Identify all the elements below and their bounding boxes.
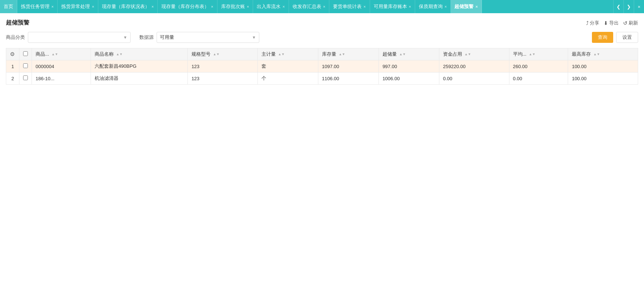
nav-tab-close-stock1[interactable]: ×: [151, 4, 154, 9]
table-row: 2 186-10... 机油滤清器 123 个 1106.00 1006.00 …: [6, 73, 638, 85]
nav-tab-home[interactable]: 首页: [0, 0, 17, 13]
row-select-2[interactable]: [23, 75, 28, 80]
row-spec-2: 123: [188, 73, 258, 85]
row-product-name-1: 六配套新昌490BPG: [91, 60, 187, 73]
row-max-stock-1: 100.00: [568, 60, 638, 73]
col-header-capital[interactable]: 资金占用 ▲▼: [439, 48, 509, 60]
nav-tab-batch[interactable]: 库存批次账 ×: [217, 0, 253, 13]
top-navigation: 首页 拣货任务管理 × 拣货异常处理 × 现存量（库存状况表） × 现存量（库存…: [0, 0, 644, 13]
category-label: 商品分类: [6, 34, 25, 41]
col-header-spec[interactable]: 规格型号 ▲▼: [188, 48, 258, 60]
col-header-settings[interactable]: ⚙: [6, 48, 19, 60]
row-stock-2: 1106.00: [318, 73, 378, 85]
page-header: 超储预警 ⤴ 分享 ⬇ 导出 ↺ 刷新: [6, 19, 638, 27]
nav-tab-close-quality[interactable]: ×: [444, 4, 447, 9]
nav-tab-task[interactable]: 拣货任务管理 ×: [17, 0, 58, 13]
row-stock-1: 1097.00: [318, 60, 378, 73]
nav-tab-exception[interactable]: 拣货异常处理 ×: [58, 0, 98, 13]
nav-arrow-close[interactable]: ×: [634, 0, 644, 13]
col-header-overflow[interactable]: 超储量 ▲▼: [378, 48, 439, 60]
nav-tab-close-task[interactable]: ×: [51, 4, 54, 9]
datasource-select[interactable]: 可用量 ▼: [157, 32, 259, 43]
nav-tab-close-exception[interactable]: ×: [92, 4, 94, 9]
data-table: ⚙ 商品... ▲▼ 商品名称 ▲▼ 规格型号 ▲▼ 主计: [6, 48, 638, 85]
select-all-checkbox[interactable]: [23, 51, 28, 56]
table-body: 1 0000004 六配套新昌490BPG 123 套 1097.00 997.…: [6, 60, 638, 85]
datasource-filter: 数据源 可用量 ▼: [139, 32, 259, 43]
nav-tab-close-summary[interactable]: ×: [323, 4, 325, 9]
table-row: 1 0000004 六配套新昌490BPG 123 套 1097.00 997.…: [6, 60, 638, 73]
col-header-product-name[interactable]: 商品名称 ▲▼: [91, 48, 187, 60]
row-capital-2: 0.00: [439, 73, 509, 85]
row-product-name-2: 机油滤清器: [91, 73, 187, 85]
sort-icon-product-code[interactable]: ▲▼: [51, 53, 58, 56]
row-product-code-1: 0000004: [32, 60, 91, 73]
row-select-1[interactable]: [23, 63, 28, 68]
row-max-stock-2: 100.00: [568, 73, 638, 85]
header-actions: ⤴ 分享 ⬇ 导出 ↺ 刷新: [586, 20, 638, 26]
filter-row: 商品分类 ▼ 数据源 可用量 ▼ 查询 设置: [6, 32, 638, 43]
refresh-icon: ↺: [623, 20, 627, 26]
nav-arrow-left[interactable]: ❮: [613, 0, 623, 13]
row-checkbox-2[interactable]: [19, 73, 32, 85]
share-icon: ⤴: [586, 20, 589, 26]
row-unit-1: 套: [257, 60, 318, 73]
row-avg-1: 260.00: [509, 60, 568, 73]
row-product-code-2: 186-10...: [32, 73, 91, 85]
nav-tab-summary[interactable]: 收发存汇总表 ×: [289, 0, 329, 13]
row-capital-1: 259220.00: [439, 60, 509, 73]
filter-buttons: 查询 设置: [592, 32, 638, 43]
share-button[interactable]: ⤴ 分享: [586, 20, 599, 26]
sort-icon-unit[interactable]: ▲▼: [278, 53, 285, 56]
row-index-2: 2: [6, 73, 19, 85]
col-header-product-code[interactable]: 商品... ▲▼: [32, 48, 91, 60]
nav-tab-quality[interactable]: 保质期查询 ×: [415, 0, 451, 13]
export-button[interactable]: ⬇ 导出: [604, 20, 619, 26]
sort-icon-overflow[interactable]: ▲▼: [399, 53, 406, 56]
nav-tab-stock1[interactable]: 现存量（库存状况表） ×: [98, 0, 158, 13]
category-select[interactable]: ▼: [28, 32, 131, 43]
nav-arrow-right[interactable]: ❯: [623, 0, 634, 13]
sort-icon-product-name[interactable]: ▲▼: [116, 53, 123, 56]
nav-tab-flow[interactable]: 出入库流水 ×: [253, 0, 289, 13]
nav-tab-close-available[interactable]: ×: [409, 4, 411, 9]
row-spec-1: 123: [188, 60, 258, 73]
page-content: 超储预警 ⤴ 分享 ⬇ 导出 ↺ 刷新 商品分类 ▼ 数据源: [0, 13, 644, 90]
refresh-button[interactable]: ↺ 刷新: [623, 20, 638, 26]
nav-tab-close-overflow[interactable]: ×: [475, 4, 477, 9]
row-overflow-1: 997.00: [378, 60, 439, 73]
col-header-checkbox[interactable]: [19, 48, 32, 60]
nav-tab-stock2[interactable]: 现存量（库存分布表） ×: [158, 0, 217, 13]
sort-icon-avg[interactable]: ▲▼: [529, 53, 535, 56]
row-avg-2: 0.00: [509, 73, 568, 85]
nav-tab-available[interactable]: 可用量库存账本 ×: [370, 0, 415, 13]
datasource-value: 可用量: [160, 34, 174, 41]
nav-tab-close-order[interactable]: ×: [363, 4, 366, 9]
row-overflow-2: 1006.00: [378, 73, 439, 85]
col-header-stock[interactable]: 库存量 ▲▼: [318, 48, 378, 60]
table-header-row: ⚙ 商品... ▲▼ 商品名称 ▲▼ 规格型号 ▲▼ 主计: [6, 48, 638, 60]
sort-icon-capital[interactable]: ▲▼: [465, 53, 471, 56]
sort-icon-max-stock[interactable]: ▲▼: [593, 53, 600, 56]
page-title: 超储预警: [6, 19, 29, 27]
chevron-down-icon2: ▼: [252, 35, 256, 40]
nav-tab-close-batch[interactable]: ×: [247, 4, 249, 9]
row-checkbox-1[interactable]: [19, 60, 32, 73]
category-filter: 商品分类 ▼: [6, 32, 131, 43]
query-button[interactable]: 查询: [592, 32, 613, 43]
export-icon: ⬇: [604, 20, 608, 26]
sort-icon-spec[interactable]: ▲▼: [213, 53, 220, 56]
nav-tab-close-flow[interactable]: ×: [282, 4, 285, 9]
settings-button[interactable]: 设置: [616, 32, 638, 43]
datasource-label: 数据源: [139, 34, 154, 41]
sort-icon-stock[interactable]: ▲▼: [339, 53, 345, 56]
gear-icon[interactable]: ⚙: [10, 51, 15, 57]
nav-tab-order[interactable]: 要货单统计表 ×: [329, 0, 370, 13]
chevron-down-icon: ▼: [123, 35, 127, 40]
nav-tab-overflow[interactable]: 超储预警 ×: [451, 0, 482, 13]
nav-arrows: ❮ ❯ ×: [613, 0, 644, 13]
col-header-unit[interactable]: 主计量 ▲▼: [257, 48, 318, 60]
nav-tab-close-stock2[interactable]: ×: [211, 4, 213, 9]
col-header-avg[interactable]: 平均... ▲▼: [509, 48, 568, 60]
col-header-max-stock[interactable]: 最高库存 ▲▼: [568, 48, 638, 60]
